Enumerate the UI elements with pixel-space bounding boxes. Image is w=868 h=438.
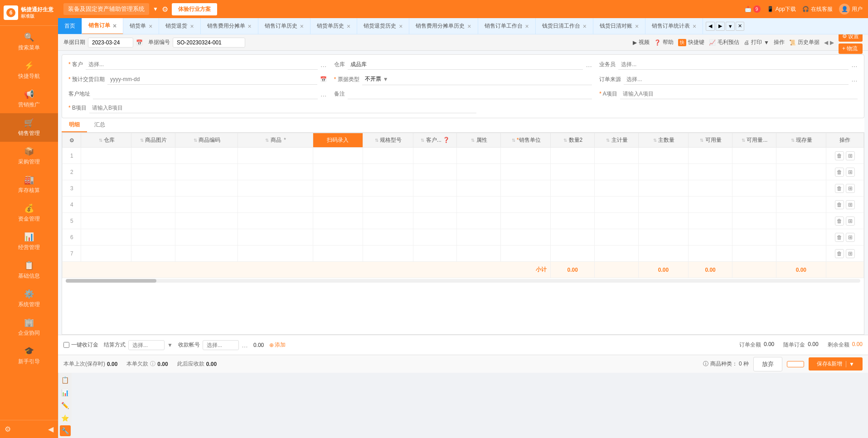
bank-account-input[interactable] — [203, 340, 239, 350]
row-2-qty2[interactable] — [551, 164, 595, 180]
col-main-unit[interactable]: ⇅ 主计量 — [595, 133, 639, 148]
sidebar-item-purchase[interactable]: 📦 采购管理 — [0, 142, 58, 170]
row-6-copy-button[interactable]: ⊞ — [846, 233, 855, 242]
row-6-attr[interactable] — [457, 229, 501, 245]
col-settings[interactable]: ⚙ — [63, 133, 81, 148]
save-draft-button[interactable] — [787, 361, 804, 367]
col-available[interactable]: ⇅ 可用量 — [689, 133, 732, 148]
salesperson-input[interactable] — [618, 59, 849, 70]
tab-close-sales-fee-split-history[interactable]: × — [467, 23, 471, 30]
row-4-product[interactable] — [238, 197, 313, 213]
row-5-main-qty[interactable] — [638, 213, 689, 229]
row-1-stock[interactable] — [776, 148, 826, 164]
row-4-image[interactable] — [131, 197, 175, 213]
customer-address-input[interactable] — [93, 89, 318, 99]
row-5-delete-button[interactable]: 🗑 — [835, 217, 844, 226]
row-2-scan[interactable] — [313, 164, 363, 180]
col-spec[interactable]: ⇅ 规格型号 — [363, 133, 413, 148]
row-6-delete-button[interactable]: 🗑 — [835, 233, 844, 242]
row-5-unit[interactable] — [500, 213, 551, 229]
row-4-warehouse[interactable] — [81, 197, 131, 213]
row-3-main-qty[interactable] — [638, 180, 689, 197]
row-3-scan[interactable] — [313, 180, 363, 197]
profit-action[interactable]: 📈 毛利预估 — [709, 39, 739, 46]
row-1-product[interactable] — [238, 148, 313, 164]
row-4-qty2[interactable] — [551, 197, 595, 213]
row-1-main-qty[interactable] — [638, 148, 689, 164]
row-2-main-unit[interactable] — [595, 164, 639, 180]
col-product[interactable]: ⇅ 商品 * — [238, 133, 313, 148]
row-6-available[interactable] — [689, 229, 732, 245]
a-project-input[interactable] — [620, 89, 858, 99]
sidebar-item-enterprise[interactable]: 🏢 企业协同 — [0, 313, 58, 342]
payment-method-dropdown-icon[interactable]: ▼ — [167, 342, 173, 348]
tab-close-sales-order-history[interactable]: × — [300, 23, 304, 30]
row-7-stock[interactable] — [776, 245, 826, 262]
scan-button[interactable]: 扫码录入 — [323, 135, 352, 145]
sidebar-settings-icon[interactable]: ⚙ — [5, 425, 11, 433]
customer-input[interactable] — [86, 59, 318, 70]
row-5-qty2[interactable] — [551, 213, 595, 229]
row-1-delete-button[interactable]: 🗑 — [835, 151, 844, 160]
row-2-warehouse[interactable] — [81, 164, 131, 180]
right-panel-star-icon[interactable]: ⭐ — [60, 413, 71, 424]
row-4-available[interactable] — [689, 197, 732, 213]
tab-close-receivable-workbench[interactable]: × — [583, 23, 587, 30]
row-3-main-unit[interactable] — [595, 180, 639, 197]
topbar-settings-icon[interactable]: ⚙ — [162, 5, 168, 14]
message-icon-item[interactable]: 📩 9 — [745, 5, 761, 13]
sidebar-item-quick-nav[interactable]: ⚡ 快捷导航 — [0, 56, 58, 85]
row-4-attr[interactable] — [457, 197, 501, 213]
row-5-image[interactable] — [131, 213, 175, 229]
shortcut-action[interactable]: 快 快捷键 — [678, 39, 704, 46]
tab-detail[interactable]: 明细 — [62, 118, 87, 132]
date-input[interactable] — [88, 38, 133, 48]
row-1-available2[interactable] — [732, 148, 776, 164]
tab-close-all-button[interactable]: ✕ — [736, 22, 744, 31]
tab-more-button[interactable]: ▼ — [726, 22, 735, 31]
horizontal-scrollbar[interactable] — [66, 279, 860, 283]
row-7-spec[interactable] — [363, 245, 413, 262]
operations-action[interactable]: 操作 — [774, 39, 785, 46]
sidebar-item-basic[interactable]: 📋 基础信息 — [0, 256, 58, 284]
row-5-main-unit[interactable] — [595, 213, 639, 229]
right-panel-edit-icon[interactable]: ✏️ — [60, 400, 71, 411]
row-1-customer-code[interactable] — [413, 148, 457, 164]
row-2-attr[interactable] — [457, 164, 501, 180]
row-1-image[interactable] — [131, 148, 175, 164]
note-input[interactable] — [348, 89, 592, 99]
row-5-spec[interactable] — [363, 213, 413, 229]
row-6-stock[interactable] — [776, 229, 826, 245]
row-6-product[interactable] — [238, 229, 313, 245]
row-7-product[interactable] — [238, 245, 313, 262]
row-3-product[interactable] — [238, 180, 313, 197]
system-title[interactable]: 装备及固定资产辅助管理系统 — [63, 3, 149, 15]
right-panel-tool-icon[interactable]: 🔧 — [60, 425, 71, 436]
col-product-image[interactable]: ⇅ 商品图片 — [131, 133, 175, 148]
row-6-spec[interactable] — [363, 229, 413, 245]
row-6-qty2[interactable] — [551, 229, 595, 245]
discard-button[interactable]: 放弃 — [753, 357, 782, 371]
col-available2[interactable]: ⇅ 可用量... — [732, 133, 776, 148]
col-warehouse[interactable]: ⇅ 仓库 — [81, 133, 131, 148]
tab-sales-refund-history[interactable]: 销货退货历史 × — [357, 18, 409, 34]
row-4-available2[interactable] — [732, 197, 776, 213]
sidebar-item-search[interactable]: 🔍 搜索菜单 — [0, 28, 58, 56]
delivery-calendar-icon[interactable]: 📅 — [320, 76, 327, 82]
row-4-unit[interactable] — [500, 197, 551, 213]
add-payment-button[interactable]: ⊕ 添加 — [269, 341, 286, 349]
row-3-spec[interactable] — [363, 180, 413, 197]
row-6-main-unit[interactable] — [595, 229, 639, 245]
customer-more-icon[interactable]: … — [320, 61, 327, 68]
row-3-code[interactable] — [175, 180, 238, 197]
row-3-delete-button[interactable]: 🗑 — [835, 184, 844, 193]
tab-summary[interactable]: 汇总 — [87, 118, 112, 132]
row-7-customer-code[interactable] — [413, 245, 457, 262]
row-3-qty2[interactable] — [551, 180, 595, 197]
order-source-input[interactable] — [624, 74, 849, 85]
row-3-stock[interactable] — [776, 180, 826, 197]
tab-sales-fee-split-history[interactable]: 销售费用分摊单历史 × — [409, 18, 478, 34]
row-1-spec[interactable] — [363, 148, 413, 164]
online-support-item[interactable]: 🎧 在线客服 — [802, 5, 833, 13]
tab-prev-button[interactable]: ◀ — [706, 22, 715, 31]
